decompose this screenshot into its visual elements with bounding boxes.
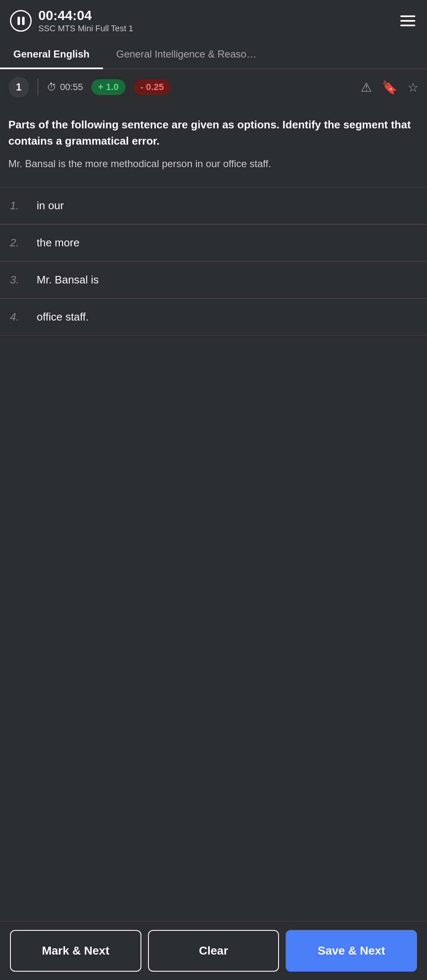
content-spacer: [0, 628, 427, 913]
header: 00:44:04 SSC MTS Mini Full Test 1: [0, 0, 427, 40]
question-number: 1: [8, 77, 29, 98]
main-wrapper: 00:44:04 SSC MTS Mini Full Test 1 Genera…: [0, 0, 427, 980]
bottom-action-bar: Mark & Next Clear Save & Next: [0, 921, 427, 980]
option-number-1: 1.: [10, 199, 27, 212]
pause-icon: [18, 17, 25, 25]
option-number-2: 2.: [10, 236, 27, 249]
option-3[interactable]: 3. Mr. Bansal is: [0, 261, 427, 298]
menu-bar-3: [400, 25, 415, 26]
save-next-button[interactable]: Save & Next: [286, 930, 417, 972]
options-section: 1. in our 2. the more 3. Mr. Bansal is 4…: [0, 180, 427, 628]
option-text-2: the more: [37, 236, 80, 249]
clock-icon: ⏱: [47, 81, 57, 93]
question-meta-bar: 1 ⏱ 00:55 + 1.0 - 0.25 ⚠ 🔖 ☆: [0, 69, 427, 105]
option-text-4: office staff.: [37, 311, 89, 323]
clear-button[interactable]: Clear: [148, 930, 279, 972]
pause-button[interactable]: [10, 10, 32, 32]
option-number-3: 3.: [10, 273, 27, 286]
option-text-1: in our: [37, 199, 64, 212]
option-text-3: Mr. Bansal is: [37, 273, 99, 286]
meta-icons: ⚠ 🔖 ☆: [361, 80, 419, 95]
question-section: Parts of the following sentence are give…: [0, 105, 427, 180]
timer-display: 00:44:04: [38, 8, 133, 23]
option-2[interactable]: 2. the more: [0, 224, 427, 261]
menu-button[interactable]: [399, 14, 417, 28]
star-icon[interactable]: ☆: [407, 80, 419, 95]
question-timer: ⏱ 00:55: [47, 81, 83, 93]
header-text: 00:44:04 SSC MTS Mini Full Test 1: [38, 8, 133, 33]
tab-general-english[interactable]: General English: [0, 40, 103, 68]
pause-bar-1: [18, 17, 20, 25]
menu-bar-1: [400, 15, 415, 17]
test-title: SSC MTS Mini Full Test 1: [38, 24, 133, 33]
positive-marks-badge: + 1.0: [91, 79, 126, 95]
pause-bar-2: [22, 17, 25, 25]
menu-bar-2: [400, 20, 415, 22]
mark-next-button[interactable]: Mark & Next: [10, 930, 141, 972]
option-1[interactable]: 1. in our: [0, 187, 427, 224]
option-number-4: 4.: [10, 311, 27, 323]
tab-general-intelligence[interactable]: General Intelligence & Reaso…: [103, 40, 270, 68]
question-instruction: Parts of the following sentence are give…: [8, 117, 419, 149]
question-sentence: Mr. Bansal is the more methodical person…: [8, 156, 419, 172]
bookmark-icon[interactable]: 🔖: [382, 80, 397, 95]
meta-divider: [38, 79, 38, 95]
negative-marks-badge: - 0.25: [134, 79, 171, 95]
option-4[interactable]: 4. office staff.: [0, 298, 427, 336]
header-left: 00:44:04 SSC MTS Mini Full Test 1: [10, 8, 133, 33]
tabs-bar: General English General Intelligence & R…: [0, 40, 427, 69]
alert-icon[interactable]: ⚠: [361, 80, 372, 95]
